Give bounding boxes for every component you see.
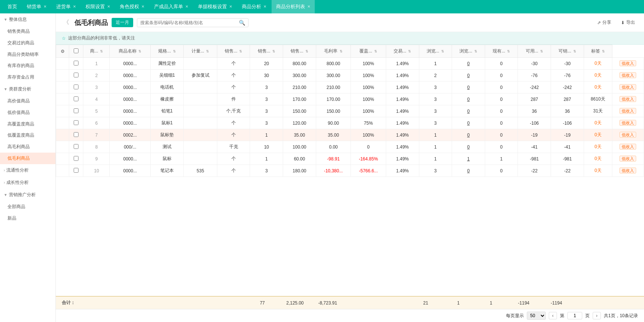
row-view1[interactable]: 0 (452, 129, 485, 141)
nav-close-icon[interactable]: ✕ (229, 0, 232, 13)
nav-template-settings[interactable]: 单据模板设置 ✕ (193, 0, 237, 13)
row-view1[interactable]: 0 (452, 105, 485, 117)
nav-product-analysis-list[interactable]: 商品分析列表 ✕ (272, 0, 315, 13)
row-checkbox[interactable] (69, 70, 83, 82)
nav-close-icon[interactable]: ✕ (263, 0, 266, 13)
col-view2[interactable]: 浏览... ⇅ (452, 45, 485, 58)
export-button[interactable]: ⬇ 导出 (618, 18, 638, 27)
table-wrapper[interactable]: ⚙ 商... ⇅ 商品名称 ⇅ 规格... ⇅ 计量... ⇅ 销售... ⇅ … (56, 45, 644, 296)
row-select-checkbox[interactable] (74, 168, 79, 173)
sidebar-group-cluster[interactable]: ▼ 类群度分析 (0, 83, 55, 95)
row-checkbox[interactable] (69, 117, 83, 129)
row-select-checkbox[interactable] (74, 61, 79, 66)
row-select-checkbox[interactable] (74, 132, 79, 137)
sidebar-group-growth[interactable]: › 成长性分析 (0, 176, 55, 189)
row-select-checkbox[interactable] (74, 73, 79, 77)
sidebar-item-capital-occupied[interactable]: 库存资金占用 (0, 71, 55, 83)
sidebar-item-category-rate[interactable]: 商品分类助销率 (0, 49, 55, 60)
select-all-checkbox[interactable] (74, 48, 79, 53)
nav-product-in[interactable]: 产成品入库单 ✕ (150, 0, 193, 13)
row-select-checkbox[interactable] (74, 120, 79, 125)
row-view1[interactable]: 0 (452, 58, 485, 70)
row-view1[interactable]: 0 (452, 117, 485, 129)
row-view1[interactable]: 0 (452, 70, 485, 82)
next-page-button[interactable]: › (593, 312, 601, 319)
share-button[interactable]: ⇗ 分享 (594, 18, 614, 27)
row-view1[interactable]: 0 (452, 93, 485, 105)
col-name[interactable]: 商品名称 ⇅ (110, 45, 150, 58)
row-view1[interactable]: 0 (452, 165, 485, 177)
sidebar-item-stocked-goods[interactable]: 有库存的商品 (0, 60, 55, 71)
nav-home[interactable]: 首页 (3, 0, 22, 13)
row-select-checkbox[interactable] (74, 85, 79, 89)
sidebar-item-sales-goods[interactable]: 销售类商品 (0, 26, 55, 37)
nav-purchase-order[interactable]: 进货单 ✕ (52, 0, 80, 13)
row-checkbox[interactable] (69, 105, 83, 117)
col-sales-qty[interactable]: 销售... ⇅ (217, 45, 250, 58)
nav-close-icon[interactable]: ✕ (73, 0, 76, 13)
col-coverage[interactable]: 覆盖... ⇅ (351, 45, 386, 58)
col-spec[interactable]: 规格... ⇅ (150, 45, 184, 58)
search-icon[interactable]: 🔍 (239, 20, 245, 26)
page-input[interactable] (567, 312, 582, 319)
per-page-select[interactable]: 50 20 100 200 (527, 312, 546, 320)
row-view1[interactable]: 0 (452, 82, 485, 93)
col-current-stock[interactable]: 现有... ⇅ (485, 45, 518, 58)
row-current-stock: 36 (518, 105, 551, 117)
row-trade-count: 1 (419, 58, 452, 70)
col-gross-margin[interactable]: 毛利率 ⇅ (316, 45, 351, 58)
nav-close-icon[interactable]: ✕ (141, 0, 144, 13)
col-sales-profit[interactable]: 销售... ⇅ (283, 45, 316, 58)
sidebar-group-overall[interactable]: ▼ 整体信息 (0, 13, 55, 26)
page-suffix: 页 (585, 313, 590, 319)
sidebar-item-traded-goods[interactable]: 交易过的商品 (0, 37, 55, 49)
search-input[interactable] (140, 20, 237, 25)
col-sales-amount[interactable]: 销售... ⇅ (250, 45, 283, 58)
col-view1[interactable]: 浏览... ⇅ (419, 45, 452, 58)
nav-close-icon[interactable]: ✕ (307, 0, 310, 13)
nav-sales-order[interactable]: 销货单 ✕ (22, 0, 51, 13)
row-select-checkbox[interactable] (74, 96, 79, 101)
nav-close-icon[interactable]: ✕ (107, 0, 110, 13)
row-checkbox[interactable] (69, 141, 83, 153)
col-unit[interactable]: 计量... ⇅ (184, 45, 217, 58)
row-unit: 个 (217, 82, 250, 93)
nav-product-analysis[interactable]: 商品分析 ✕ (237, 0, 271, 13)
row-select-checkbox[interactable] (74, 108, 79, 113)
sidebar-item-high-value[interactable]: 高价值商品 (0, 95, 55, 107)
row-select-checkbox[interactable] (74, 156, 79, 161)
col-checkbox[interactable] (69, 45, 83, 58)
nav-role-auth[interactable]: 角色授权 ✕ (115, 0, 149, 13)
col-sellable-days[interactable]: 可销... ⇅ (551, 45, 584, 58)
row-select-checkbox[interactable] (74, 144, 79, 149)
row-checkbox[interactable] (69, 93, 83, 105)
row-checkbox[interactable] (69, 165, 83, 177)
row-view1[interactable]: 0 (452, 141, 485, 153)
nav-close-icon[interactable]: ✕ (185, 0, 188, 13)
sidebar-item-all-goods[interactable]: 全部商品 (0, 201, 55, 213)
row-view1[interactable]: 1 (452, 153, 485, 165)
sidebar-item-low-coverage[interactable]: 低覆盖度商品 (0, 130, 55, 141)
row-trade-count: 2 (419, 70, 452, 82)
nav-close-icon[interactable]: ✕ (44, 0, 47, 13)
prev-page-button[interactable]: ‹ (549, 312, 557, 319)
row-checkbox[interactable] (69, 129, 83, 141)
sidebar-group-liquidity[interactable]: › 流通性分析 (0, 164, 55, 176)
nav-permission-settings[interactable]: 权限设置 ✕ (81, 0, 115, 13)
filter-recent-month[interactable]: 近一月 (112, 18, 133, 27)
col-tag[interactable]: 标签 ⇅ (584, 45, 612, 58)
row-checkbox[interactable] (69, 58, 83, 70)
sidebar-item-low-margin[interactable]: 低毛利商品 (0, 153, 55, 164)
sidebar-item-low-value[interactable]: 低价值商品 (0, 107, 55, 118)
collapse-sidebar-button[interactable]: 《 (62, 17, 71, 28)
sidebar-item-high-margin[interactable]: 高毛利商品 (0, 141, 55, 153)
row-checkbox[interactable] (69, 153, 83, 165)
sidebar-item-new-goods[interactable]: 新品 (0, 213, 55, 224)
col-code[interactable]: 商... ⇅ (83, 45, 110, 58)
col-settings[interactable]: ⚙ (56, 45, 69, 58)
col-trade-count[interactable]: 交易... ⇅ (386, 45, 419, 58)
sidebar-item-high-coverage[interactable]: 高覆盖度商品 (0, 118, 55, 130)
col-available-stock[interactable]: 可用... ⇅ (518, 45, 551, 58)
row-checkbox[interactable] (69, 82, 83, 93)
sidebar-group-marketing[interactable]: ▼ 营销推广分析 (0, 189, 55, 201)
